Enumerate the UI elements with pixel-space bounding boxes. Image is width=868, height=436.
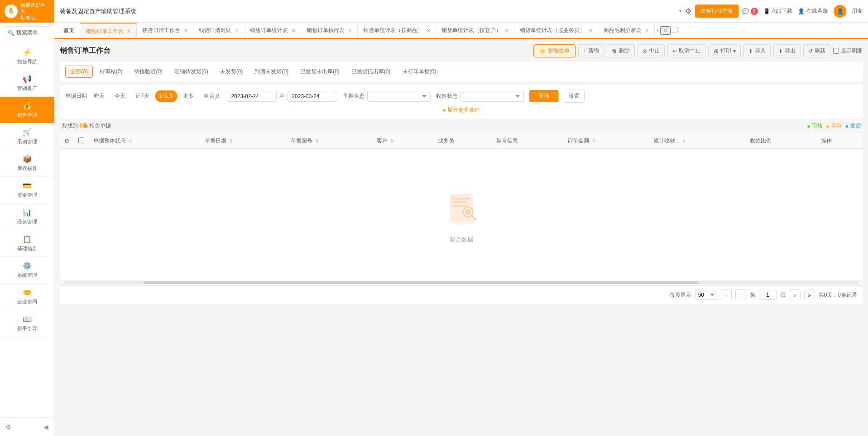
status-select[interactable] [367, 91, 431, 102]
per-page-select[interactable]: 20 50 100 [695, 290, 717, 300]
tab-sales-stat-staff[interactable]: 销货单统计表（按业务员） ✕ [514, 23, 598, 38]
tab-home[interactable]: 首页 [58, 23, 80, 38]
sidebar-item-system[interactable]: ⚙️ 系统管理 [0, 257, 54, 284]
user-name-button[interactable]: 用友 [852, 7, 863, 15]
tab-close-sales-workbench[interactable]: ✕ [127, 29, 131, 34]
tab-sales-stat-customer[interactable]: 销货单统计表（按客户） ✕ [436, 23, 514, 38]
search-button[interactable]: 查询 [529, 90, 558, 102]
tab-close-sales-stat[interactable]: ✕ [292, 28, 295, 33]
sidebar-item-base-info[interactable]: 📋 基础信息 [0, 230, 54, 257]
sort-number-icon[interactable]: ⇅ [315, 138, 319, 143]
column-settings-icon[interactable]: ⚙ [64, 138, 69, 144]
tab-close-cash-reconcile[interactable]: ✕ [235, 28, 239, 33]
message-button[interactable]: 💬 6 [742, 8, 758, 15]
date-chip-more[interactable]: 更多 [179, 90, 198, 102]
filter-tab-shipped-out[interactable]: 已发货已出库(0) [346, 66, 396, 78]
sort-customer-icon[interactable]: ⇅ [390, 138, 394, 143]
first-page-button[interactable]: « [721, 289, 732, 300]
filter-tab-overdue-ship[interactable]: 到期未发货(0) [249, 66, 293, 78]
batch-audit-button[interactable]: ● 审核 [807, 122, 822, 130]
tab-close-margin-analysis[interactable]: ✕ [645, 28, 649, 33]
sort-amount-icon[interactable]: ⇅ [592, 138, 595, 143]
show-detail-checkbox[interactable] [833, 48, 839, 54]
sidebar-item-operations[interactable]: 📊 经营管理 [0, 204, 54, 230]
sidebar-settings-button[interactable]: ⚙ [4, 422, 13, 432]
sidebar-item-inventory[interactable]: 📦 库存核算 [0, 150, 54, 177]
tab-margin-analysis[interactable]: 商品毛利分析表 ✕ [598, 23, 655, 38]
filter-tab-pending-check[interactable]: 待拣验货(0) [129, 66, 168, 78]
stop-button[interactable]: ⊘ 中止 [638, 44, 665, 57]
sidebar-item-purchase[interactable]: 🛒 采购管理 [0, 123, 54, 150]
per-page-label: 每页显示 [670, 291, 691, 299]
sidebar-quick-nav[interactable]: ⚡ 快捷导航 [0, 43, 54, 70]
page-number-input[interactable] [759, 290, 777, 300]
filter-tab-not-shipped[interactable]: 未发货(0) [215, 66, 248, 78]
date-to-input[interactable] [288, 91, 337, 102]
show-detail-checkbox-label[interactable]: 显示明细 [833, 47, 863, 55]
filter-tab-wangpu-ship[interactable]: 旺铺待发货(0) [169, 66, 213, 78]
sort-date-icon[interactable]: ⇅ [229, 138, 233, 143]
add-button[interactable]: + 新增 [578, 44, 604, 57]
sidebar-item-marketing[interactable]: 📢 营销推广 [0, 70, 54, 97]
date-chip-7days[interactable]: 近7天 [131, 90, 153, 102]
filter-tab-all[interactable]: 全部(0) [65, 66, 93, 78]
cancel-stop-button[interactable]: ↩ 取消中止 [667, 44, 705, 57]
sidebar-item-sales[interactable]: 💰 销售管理 [0, 97, 54, 123]
settings-button[interactable]: 设置 [564, 90, 585, 103]
batch-ship-button[interactable]: ● 发货 [845, 122, 861, 130]
system-dropdown-arrow[interactable]: ▾ [679, 9, 681, 14]
sidebar-item-guide[interactable]: 📖 新手引导 [0, 310, 54, 337]
date-chip-1month[interactable]: 近1月 [155, 90, 177, 102]
tab-prev-button[interactable]: › [655, 27, 660, 33]
date-from-input[interactable] [227, 91, 277, 102]
tab-cash-reconcile[interactable]: 钱货日清对账 ✕ [193, 23, 245, 38]
tab-sales-exec[interactable]: 销售订单执行表 ✕ [301, 23, 358, 38]
date-chip-yesterday[interactable]: 昨天 [90, 90, 109, 102]
header-settings-icon[interactable]: ⚙ [685, 7, 691, 15]
date-chip-today[interactable]: 今天 [110, 90, 129, 102]
filter-tab-pending-review[interactable]: 待审核(0) [95, 66, 128, 78]
smart-create-button[interactable]: ⭐ 智能生单 [533, 44, 575, 57]
tab-close-sales-stat-customer[interactable]: ✕ [505, 28, 508, 33]
sidebar-item-cooperation[interactable]: 🤝 企业协同 [0, 284, 54, 310]
th-actions: 操作 [816, 133, 863, 149]
tab-close-sales-stat-product[interactable]: ✕ [427, 28, 430, 33]
sort-collected-icon[interactable]: ⇅ [682, 138, 686, 143]
filter-tab-not-printed[interactable]: 未打印单据(0) [398, 66, 441, 78]
batch-cancel-audit-button[interactable]: ● 弃审 [826, 122, 842, 130]
online-service-button[interactable]: 👤 在线客服 [798, 7, 828, 15]
tab-close-all-button[interactable]: ✕ [660, 26, 671, 35]
last-page-button[interactable]: » [804, 289, 815, 300]
export-icon: ⬇ [778, 48, 783, 54]
tab-close-cash-daily[interactable]: ✕ [184, 28, 187, 33]
experience-button[interactable]: 体验行业方案 [695, 5, 739, 18]
prev-page-button[interactable]: ‹ [735, 289, 746, 300]
user-avatar[interactable]: 👤 [834, 5, 846, 18]
horizontal-scrollbar[interactable] [60, 280, 863, 285]
sidebar-item-finance[interactable]: 💳 资金管理 [0, 177, 54, 204]
sort-status-icon[interactable]: ⇅ [129, 138, 132, 143]
filter-tab-shipped-not-out[interactable]: 已发货未出库(0) [295, 66, 345, 78]
date-chip-custom[interactable]: 自定义 [200, 90, 224, 102]
expand-conditions-button[interactable]: ▾ 展开更多条件 [443, 106, 480, 114]
search-menu-button[interactable]: 🔍 搜索菜单 [4, 26, 50, 39]
payment-select[interactable] [460, 91, 524, 102]
delete-button[interactable]: 🗑 删除 [607, 44, 635, 57]
tab-fullscreen-button[interactable]: ⛶ [671, 27, 680, 33]
tab-close-sales-stat-staff[interactable]: ✕ [589, 28, 592, 33]
next-page-button[interactable]: › [790, 289, 801, 300]
tab-sales-stat-product[interactable]: 销货单统计表（按商品） ✕ [358, 23, 436, 38]
tab-close-sales-exec[interactable]: ✕ [348, 28, 352, 33]
date-separator: 至 [279, 92, 285, 100]
scrollbar-thumb[interactable] [144, 281, 699, 284]
sidebar-collapse-button[interactable]: ◀ [42, 422, 50, 432]
print-button[interactable]: 🖨 打印 ▾ [708, 44, 741, 57]
select-all-checkbox[interactable] [78, 137, 84, 143]
export-button[interactable]: ⬇ 导出 [773, 44, 801, 57]
tab-sales-stat[interactable]: 销售订单统计表 ✕ [245, 23, 301, 38]
tab-cash-daily[interactable]: 钱货日清工作台 ✕ [137, 23, 193, 38]
app-download-button[interactable]: 📱 App下载 [763, 7, 792, 15]
refresh-button[interactable]: ↺ 刷新 [803, 44, 830, 57]
import-button[interactable]: ⬆ 导入 [743, 44, 771, 57]
tab-sales-workbench[interactable]: 销售订单工作台 ✕ [80, 23, 137, 39]
